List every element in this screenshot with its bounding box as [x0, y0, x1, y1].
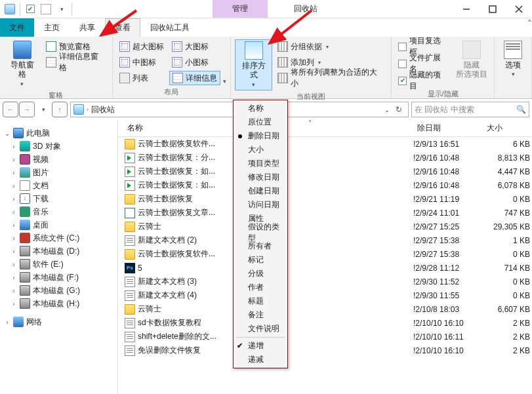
breadcrumb-item[interactable]: 回收站 — [91, 104, 115, 115]
ribbon-collapse-icon[interactable]: ˄ — [527, 18, 532, 37]
sort-by-button[interactable]: 排序方式 ▾ — [235, 39, 273, 90]
sort-menu-item[interactable]: 标记 — [234, 253, 287, 267]
tree-item[interactable]: ›图片 — [0, 166, 117, 179]
tab-share[interactable]: 共享 — [70, 18, 105, 37]
sort-menu-item[interactable]: 递减 — [234, 353, 287, 366]
tree-item[interactable]: ›系统文件 (C:) — [0, 231, 117, 245]
recent-locations-button[interactable]: ▾ — [35, 102, 51, 117]
tree-expand-icon[interactable]: › — [10, 195, 17, 203]
layout-expand-icon[interactable]: ▾ — [223, 78, 226, 85]
sort-menu-item[interactable]: 名称 — [234, 102, 287, 115]
item-checkboxes-toggle[interactable]: 项目复选框 — [396, 39, 451, 54]
view-medium-button[interactable]: 中图标 — [117, 55, 167, 69]
up-button[interactable]: ↑ — [52, 102, 68, 117]
file-row[interactable]: 新建文本文档 (4) !2/9/30 11:55 0 KB 文本文档 202 — [118, 288, 532, 302]
sort-menu-item[interactable]: 创建日期 — [234, 184, 287, 198]
tree-network[interactable]: › 网络 — [0, 315, 117, 328]
sort-menu-item[interactable]: 作者 — [234, 281, 287, 294]
back-button[interactable]: ← — [3, 102, 18, 117]
recycle-bin-icon[interactable] — [3, 2, 17, 16]
sort-menu-item[interactable]: ✔递增 — [234, 339, 287, 353]
file-row[interactable]: 云骑士数据恢复软件... !2/9/13 16:51 6 KB 文件夹 — [118, 137, 532, 151]
qat-item-1[interactable] — [23, 2, 37, 16]
tree-expand-icon[interactable]: › — [4, 319, 10, 326]
close-button[interactable] — [506, 0, 532, 18]
file-row[interactable]: 云骑士数据恢复：如... !2/9/16 10:48 6,078 KB MP4 … — [118, 178, 532, 192]
sort-by-menu[interactable]: 名称原位置删除日期大小项目类型修改日期创建日期访问日期属性假设的类型所有者标记分… — [233, 100, 288, 368]
file-row[interactable]: 云骑士数据恢复 !2/9/21 11:19 0 KB 文件夹 — [118, 192, 532, 206]
sort-menu-item[interactable]: 修改日期 — [234, 170, 287, 184]
file-ext-toggle[interactable]: 文件扩展名 — [396, 56, 451, 71]
tree-item[interactable]: ›本地磁盘 (H:) — [0, 297, 117, 310]
tree-item[interactable]: ›下载 — [0, 192, 117, 205]
tree-item[interactable]: ›视频 — [0, 153, 117, 166]
file-row[interactable]: 云骑士 !2/9/27 15:25 29,305 KB 文件夹 — [118, 220, 532, 233]
hide-selected-button[interactable]: 隐藏 所选项目 — [453, 39, 490, 88]
tree-this-pc[interactable]: ⌄ 此电脑 — [0, 127, 117, 140]
tree-expand-icon[interactable]: › — [10, 169, 17, 176]
tree-expand-icon[interactable]: › — [10, 235, 17, 242]
tree-expand-icon[interactable]: › — [10, 274, 17, 281]
file-row[interactable]: 云骑士数据恢复：如... !2/9/16 10:48 4,447 KB MP4 … — [118, 165, 532, 178]
tree-item[interactable]: ›本地磁盘 (G:) — [0, 284, 117, 297]
tab-home[interactable]: 主页 — [34, 18, 70, 37]
sort-menu-item[interactable]: 假设的类型 — [234, 226, 287, 239]
tree-item[interactable]: ›音乐 — [0, 205, 117, 218]
size-all-columns-button[interactable]: 将所有列调整为合适的大小 — [275, 71, 387, 85]
tree-expand-icon[interactable]: › — [10, 248, 17, 255]
search-input[interactable]: 在 回收站 中搜索 🔍 — [411, 102, 529, 117]
options-button[interactable]: 选项 ▾ — [499, 39, 527, 88]
maximize-button[interactable] — [480, 0, 506, 18]
tree-collapse-icon[interactable]: ⌄ — [4, 130, 10, 137]
sort-menu-item[interactable]: 原位置 — [234, 115, 287, 129]
sort-menu-item[interactable]: 备注 — [234, 308, 287, 322]
tree-expand-icon[interactable]: › — [10, 208, 17, 216]
view-extra-large-button[interactable]: 超大图标 — [117, 39, 167, 54]
tree-expand-icon[interactable]: › — [10, 182, 17, 189]
sort-menu-item[interactable]: 分级 — [234, 267, 287, 281]
tab-recycle-bin-tools[interactable]: 回收站工具 — [140, 18, 199, 37]
nav-pane-button[interactable]: 导航窗格 ▾ — [4, 39, 41, 89]
tree-item[interactable]: ›桌面 — [0, 218, 117, 231]
sort-menu-item[interactable]: 大小 — [234, 143, 287, 157]
tab-view[interactable]: 查看 — [105, 18, 140, 37]
tree-expand-icon[interactable]: › — [10, 222, 17, 229]
qat-item-2[interactable] — [39, 2, 53, 16]
hidden-items-toggle[interactable]: 隐藏的项目 — [396, 73, 451, 88]
file-row[interactable]: shift+delete删除的文... !2/10/10 16:11 2 KB … — [118, 330, 532, 344]
qat-dropdown[interactable]: ▾ — [54, 2, 69, 16]
view-small-button[interactable]: 小图标 — [169, 55, 220, 69]
details-pane-button[interactable]: 详细信息窗格 — [43, 55, 108, 69]
group-by-button[interactable]: 分组依据▾ — [275, 39, 387, 54]
file-row[interactable]: 云骑士 !2/10/8 18:03 6,607 KB 文件夹 — [118, 302, 532, 316]
view-list-button[interactable]: 列表 — [117, 71, 167, 85]
forward-button[interactable]: → — [19, 102, 35, 117]
minimize-button[interactable] — [453, 0, 480, 18]
view-details-button[interactable]: 详细信息 — [169, 71, 220, 85]
sort-menu-item[interactable]: 删除日期 — [234, 129, 287, 143]
file-row[interactable]: 云骑士数据恢复文章... !2/9/24 11:01 747 KB WPS表格 … — [118, 206, 532, 220]
file-row[interactable]: 云骑士数据恢复软件... !2/9/27 15:38 0 KB 文件夹 — [118, 247, 532, 261]
file-row[interactable]: 5 !2/9/28 11:12 714 KB Adobe Photosho...… — [118, 261, 532, 275]
tree-expand-icon[interactable]: › — [10, 300, 17, 307]
tree-expand-icon[interactable]: › — [10, 261, 17, 268]
col-size-header[interactable]: 大小 — [483, 123, 532, 134]
tree-expand-icon[interactable]: › — [10, 287, 17, 294]
refresh-button[interactable]: ↻ — [392, 105, 405, 114]
sort-menu-item[interactable]: 标题 — [234, 294, 287, 308]
tree-item[interactable]: ›3D 对象 — [0, 140, 117, 153]
tree-item[interactable]: ›文档 — [0, 179, 117, 192]
file-row[interactable]: 新建文本文档 (3) !2/9/30 11:52 0 KB 文本文档 202 — [118, 275, 532, 288]
tree-item[interactable]: ›本地磁盘 (F:) — [0, 271, 117, 284]
view-large-button[interactable]: 大图标 — [169, 39, 220, 54]
sort-menu-item[interactable]: 文件说明 — [234, 322, 287, 336]
file-row[interactable]: 云骑士数据恢复：分... !2/9/16 10:48 8,813 KB MP4 … — [118, 151, 532, 165]
tree-expand-icon[interactable]: › — [10, 156, 17, 163]
file-row[interactable]: 免误删除文件恢复 !2/10/10 16:10 2 KB 文本文档 202 — [118, 344, 532, 357]
tree-expand-icon[interactable]: › — [10, 143, 17, 150]
sort-menu-item[interactable]: 访问日期 — [234, 198, 287, 212]
file-row[interactable]: sd卡数据恢复教程 !2/10/10 16:10 2 KB 文本文档 202 — [118, 316, 532, 330]
file-row[interactable]: 新建文本文档 (2) !2/9/27 15:38 1 KB 文本文档 202 — [118, 233, 532, 247]
tab-file[interactable]: 文件 — [0, 18, 34, 37]
col-date-header[interactable]: 除日期 — [413, 123, 485, 134]
